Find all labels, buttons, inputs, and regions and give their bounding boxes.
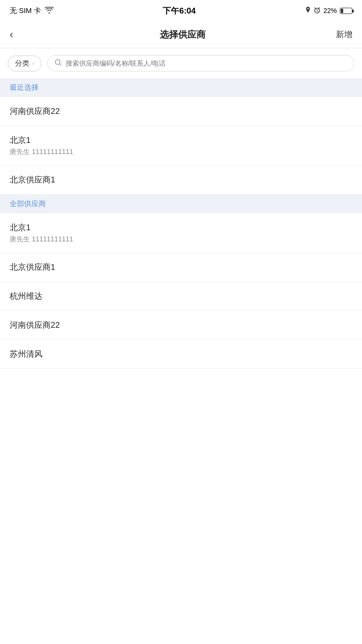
item-name: 北京1 [10, 222, 352, 233]
recent-list: 河南供应商22北京1唐先生 11111111111北京供应商1 [0, 97, 362, 195]
battery-icon [340, 8, 352, 14]
search-input[interactable] [66, 59, 347, 67]
item-detail: 唐先生 11111111111 [10, 148, 352, 156]
item-detail: 唐先生 11111111111 [10, 235, 352, 244]
all-section-label: 全部供应商 [10, 199, 46, 208]
wifi-icon [45, 7, 54, 15]
list-item[interactable]: 苏州清风 [0, 340, 362, 369]
back-button[interactable]: ‹ [10, 28, 29, 41]
category-button[interactable]: 分类 › [8, 56, 42, 71]
item-name: 苏州清风 [10, 349, 352, 360]
list-item[interactable]: 北京供应商1 [0, 253, 362, 282]
carrier-text: 无 SIM 卡 [10, 6, 41, 15]
list-item[interactable]: 北京供应商1 [0, 166, 362, 195]
item-name: 北京供应商1 [10, 174, 352, 185]
alarm-icon [314, 7, 320, 15]
list-item[interactable]: 河南供应商22 [0, 311, 362, 340]
location-icon [305, 7, 311, 15]
all-section-header: 全部供应商 [0, 195, 362, 213]
item-name: 北京1 [10, 135, 352, 146]
page-title: 选择供应商 [160, 28, 206, 41]
item-name: 河南供应商22 [10, 320, 352, 331]
add-button[interactable]: 新增 [336, 29, 352, 40]
category-label: 分类 [15, 59, 29, 68]
recent-section-header: 最近选择 [0, 78, 362, 97]
list-item[interactable]: 北京1唐先生 11111111111 [0, 126, 362, 166]
list-item[interactable]: 北京1唐先生 11111111111 [0, 213, 362, 253]
item-name: 河南供应商22 [10, 106, 352, 117]
search-box [47, 55, 354, 71]
status-bar: 无 SIM 卡 下午6:04 22% [0, 0, 362, 21]
status-left: 无 SIM 卡 [10, 6, 54, 15]
recent-section-label: 最近选择 [10, 83, 39, 91]
item-name: 杭州维达 [10, 291, 352, 302]
filter-bar: 分类 › [0, 48, 362, 78]
battery-percentage: 22% [323, 7, 337, 14]
search-icon [55, 59, 62, 68]
chevron-right-icon: › [32, 60, 34, 66]
status-right: 22% [305, 7, 352, 15]
nav-bar: ‹ 选择供应商 新增 [0, 21, 362, 48]
list-item[interactable]: 河南供应商22 [0, 97, 362, 126]
list-item[interactable]: 杭州维达 [0, 282, 362, 311]
all-list: 北京1唐先生 11111111111北京供应商1杭州维达河南供应商22苏州清风 [0, 213, 362, 369]
status-time: 下午6:04 [163, 5, 195, 16]
item-name: 北京供应商1 [10, 262, 352, 273]
